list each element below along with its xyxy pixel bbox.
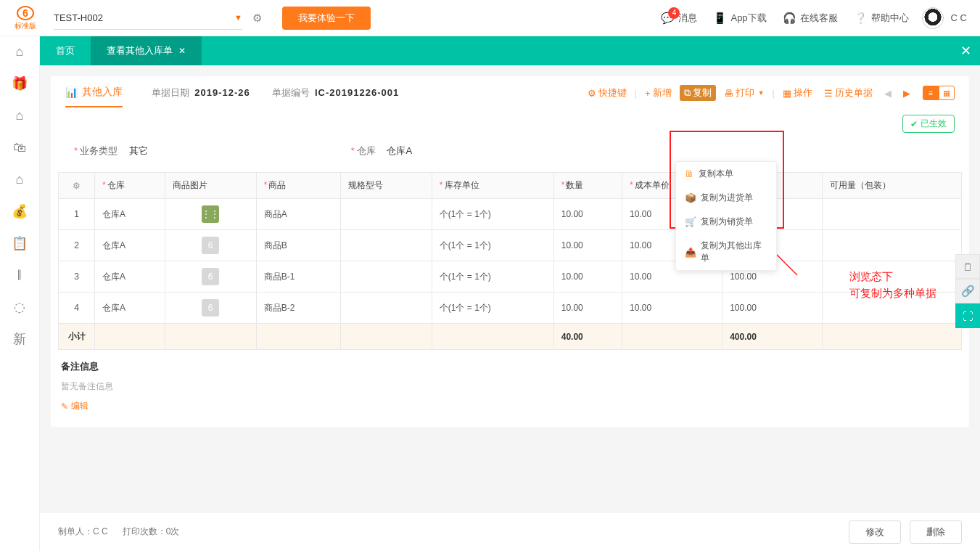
remark-title: 备注信息 <box>61 360 959 373</box>
tab-home[interactable]: 首页 <box>40 36 91 65</box>
table-row[interactable]: 2仓库A6商品B个(1个 = 1个)10.0010.00100.00 <box>59 230 962 261</box>
nav-cycle-icon[interactable]: ◌ <box>12 299 28 315</box>
nav-money-icon[interactable]: 💰 <box>12 203 28 219</box>
box-icon: 📦 <box>685 192 696 203</box>
table-row[interactable]: 3仓库A6商品B-1个(1个 = 1个)10.0010.00100.00 <box>59 261 962 293</box>
delete-button[interactable]: 删除 <box>910 521 962 544</box>
phone-icon: 📱 <box>713 12 727 25</box>
col-avail: 可用量（包装） <box>823 173 962 199</box>
customer-service[interactable]: 🎧 在线客服 <box>783 12 838 25</box>
card-view-icon[interactable]: ▦ <box>939 86 955 100</box>
nav-bag-icon[interactable]: 🛍 <box>12 139 28 155</box>
doc-meta: 单据日期 2019-12-26 单据编号 IC-20191226-001 <box>152 86 399 99</box>
history-button[interactable]: ☰历史单据 <box>820 85 876 101</box>
dd-copy-sale[interactable]: 🛒复制为销货单 <box>676 210 776 234</box>
dd-copy-purchase[interactable]: 📦复制为进货单 <box>676 186 776 210</box>
table-row[interactable]: 4仓库A6商品B-2个(1个 = 1个)10.0010.00100.00 <box>59 293 962 324</box>
close-icon[interactable]: ✕ <box>178 46 186 56</box>
nav-new-icon[interactable]: 新 <box>12 331 28 347</box>
product-img-icon: ⋮⋮ <box>202 205 219 223</box>
doc-icon: 🗎 <box>685 168 694 179</box>
field-warehouse: *仓库 仓库A <box>351 144 412 158</box>
print-icon: 🖶 <box>724 88 733 99</box>
hotkey-button[interactable]: ⚙快捷键 <box>584 85 630 101</box>
help-center[interactable]: ❔ 帮助中心 <box>854 12 909 25</box>
items-table: ⚙ *仓库 商品图片 *商品 规格型号 *库存单位 *数量 *成本单价 *成本金… <box>58 172 962 350</box>
company-select[interactable]: TEST-H002 ▼ <box>54 7 242 30</box>
col-img: 商品图片 <box>165 173 256 199</box>
doc-icon: 📊 <box>65 86 78 98</box>
chevron-down-icon: ▼ <box>234 13 242 22</box>
tab-view-inbound[interactable]: 查看其他入库单 ✕ <box>91 36 202 65</box>
settings-icon[interactable]: ⚙ <box>252 12 262 25</box>
prev-button[interactable]: ◀ <box>881 86 895 100</box>
app-download[interactable]: 📱 App下载 <box>713 12 766 25</box>
footer-info: 制单人：C C 打印次数：0次 <box>58 526 179 538</box>
col-gear[interactable]: ⚙ <box>59 173 95 199</box>
table-row[interactable]: 1仓库A⋮⋮商品A个(1个 = 1个)10.0010.00100.00 <box>59 199 962 230</box>
help-icon: ❔ <box>854 12 868 25</box>
product-img-icon: 6 <box>202 268 219 285</box>
gear-icon: ⚙ <box>588 88 596 99</box>
col-wh: *仓库 <box>95 173 165 199</box>
nav-home-icon[interactable]: ⌂ <box>12 44 28 60</box>
col-qty: *数量 <box>553 173 622 199</box>
col-spec: 规格型号 <box>340 173 432 199</box>
nav-house-icon[interactable]: ⌂ <box>12 107 28 123</box>
product-img-icon: 6 <box>202 237 219 254</box>
col-unit: *库存单位 <box>432 173 553 199</box>
list-icon: ☰ <box>824 88 833 99</box>
col-prod: *商品 <box>256 173 340 199</box>
dd-copy-this[interactable]: 🗎复制本单 <box>676 162 776 186</box>
modify-button[interactable]: 修改 <box>849 521 901 544</box>
cart-icon: 🛒 <box>685 216 696 227</box>
username: C C <box>951 12 967 23</box>
list-view-icon[interactable]: ≡ <box>923 86 939 100</box>
grid-icon: ▦ <box>783 88 791 99</box>
left-nav: ⌂ 🎁 ⌂ 🛍 ⌂ 💰 📋 𝄃 ◌ 新 <box>0 36 40 551</box>
messages[interactable]: 💬 消息 4 <box>661 12 697 25</box>
rtool-expand-icon[interactable]: ⛶ <box>955 303 980 328</box>
msg-badge: 4 <box>668 7 680 19</box>
nav-warehouse-icon[interactable]: ⌂ <box>12 171 28 187</box>
rtool-link-icon[interactable]: 🔗 <box>955 279 980 303</box>
plus-icon: + <box>645 88 651 99</box>
view-toggle[interactable]: ≡▦ <box>923 86 955 100</box>
field-biz-type: *业务类型 其它 <box>74 144 148 158</box>
try-button[interactable]: 我要体验一下 <box>282 7 371 30</box>
headset-icon: 🎧 <box>783 12 796 25</box>
nav-gift-icon[interactable]: 🎁 <box>12 75 28 91</box>
print-button[interactable]: 🖶打印▼ <box>720 85 768 101</box>
edit-icon: ✎ <box>61 401 68 412</box>
next-button[interactable]: ▶ <box>899 86 914 100</box>
remark-empty: 暂无备注信息 <box>61 380 959 393</box>
out-icon: 📤 <box>685 247 696 258</box>
status-badge: ✔已生效 <box>902 115 955 133</box>
dd-copy-outbound[interactable]: 📤复制为其他出库单 <box>676 234 776 270</box>
copy-icon: ⧉ <box>684 87 691 99</box>
copy-dropdown: 🗎复制本单 📦复制为进货单 🛒复制为销货单 📤复制为其他出库单 <box>675 161 777 271</box>
chevron-down-icon: ▼ <box>758 89 765 97</box>
tabs-close-all[interactable]: ✕ <box>951 36 980 65</box>
doc-title: 📊 其他入库 <box>65 86 123 107</box>
product-img-icon: 6 <box>202 299 219 317</box>
edit-remark-button[interactable]: ✎编辑 <box>61 400 88 412</box>
logo[interactable]: 6 标准版 <box>13 6 38 30</box>
check-icon: ✔ <box>910 119 918 129</box>
nav-report-icon[interactable]: 𝄃 <box>12 267 28 283</box>
subtotal-row: 小计40.00400.00 <box>59 324 962 350</box>
add-button[interactable]: +新增 <box>641 85 675 101</box>
rtool-note-icon[interactable]: 🗒 <box>955 254 980 279</box>
copy-button[interactable]: ⧉复制 <box>680 85 716 101</box>
nav-clipboard-icon[interactable]: 📋 <box>12 235 28 251</box>
ops-button[interactable]: ▦操作 <box>779 85 816 101</box>
avatar[interactable] <box>922 7 944 29</box>
